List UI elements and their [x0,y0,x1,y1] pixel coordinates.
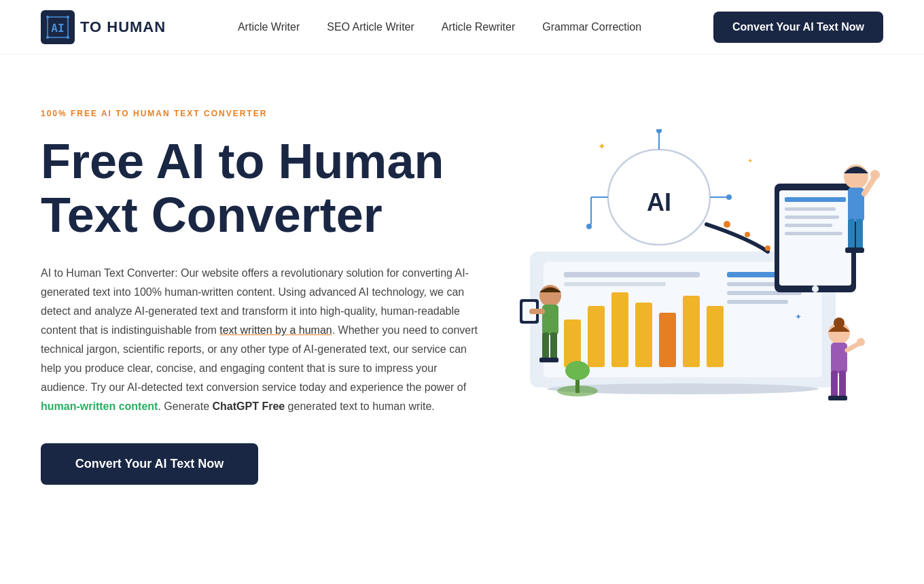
svg-rect-45 [853,247,864,253]
navbar: AI TO HUMAN Article Writer SEO Article W… [0,0,924,54]
svg-point-3 [46,16,49,18]
hero-description: AI to Human Text Converter: Our website … [41,264,482,416]
hero-content: 100% FREE AI TO HUMAN TEXT CONVERTER Fre… [41,95,482,485]
svg-text:AI: AI [51,22,64,35]
svg-text:AI: AI [647,188,671,216]
svg-rect-35 [785,207,836,211]
svg-rect-42 [848,219,855,250]
nav-link-article-rewriter[interactable]: Article Rewriter [442,21,515,33]
hero-badge: 100% FREE AI TO HUMAN TEXT CONVERTER [41,109,482,118]
hero-desc-text4: generated text to human write. [285,400,435,412]
svg-point-65 [857,338,865,346]
svg-point-74 [765,245,770,251]
svg-rect-59 [831,343,847,373]
svg-rect-33 [779,190,851,286]
svg-rect-49 [542,305,558,335]
svg-point-47 [870,170,880,179]
svg-rect-13 [659,313,676,367]
hero-title: Free AI to Human Text Converter [41,135,482,242]
hero-highlight1: text written by a human [219,324,332,336]
nav-links: Article Writer SEO Article Writer Articl… [238,21,641,33]
svg-rect-37 [785,224,832,227]
hero-section: 100% FREE AI TO HUMAN TEXT CONVERTER Fre… [0,54,924,584]
hero-highlight2: human-written content [41,400,158,412]
logo[interactable]: AI TO HUMAN [41,10,166,44]
svg-rect-9 [564,320,581,367]
nav-link-grammar-correction[interactable]: Grammar Correction [542,21,641,33]
logo-icon: AI [41,10,75,44]
svg-point-71 [565,361,590,380]
svg-point-58 [834,317,845,328]
svg-rect-61 [839,371,846,398]
hero-cta-button[interactable]: Convert Your AI Text Now [41,443,258,485]
svg-point-31 [726,194,732,200]
svg-rect-60 [831,371,838,398]
hero-illustration-svg: AI [510,129,890,415]
nav-cta-button[interactable]: Convert Your AI Text Now [713,12,883,43]
svg-rect-50 [542,332,549,360]
hero-desc-text3: . Generate [158,400,212,412]
hero-illustration: AI [510,95,890,435]
svg-text:✦: ✦ [747,157,753,165]
svg-text:✦: ✦ [598,141,606,152]
svg-rect-16 [564,272,700,277]
svg-rect-38 [785,232,842,235]
nav-link-seo-article-writer[interactable]: SEO Article Writer [327,21,414,33]
svg-rect-63 [836,396,847,400]
svg-rect-51 [550,332,557,360]
svg-rect-34 [785,197,846,202]
svg-rect-21 [727,300,788,304]
hero-highlight3: ChatGPT Free [212,400,285,412]
hero-title-line1: Free AI to Human [41,134,444,188]
svg-rect-14 [683,296,700,367]
svg-point-39 [812,286,819,292]
svg-point-72 [724,221,730,228]
svg-point-29 [656,129,662,133]
hero-title-line2: Text Converter [41,188,383,242]
svg-rect-43 [856,219,863,250]
nav-link-article-writer[interactable]: Article Writer [238,21,300,33]
svg-point-4 [67,16,69,18]
svg-rect-10 [588,306,605,367]
svg-point-73 [745,232,750,237]
svg-rect-53 [548,358,558,362]
svg-text:✦: ✦ [795,312,802,322]
svg-rect-12 [635,303,652,367]
logo-text: TO HUMAN [80,18,166,36]
svg-rect-11 [611,292,628,367]
svg-point-5 [46,36,49,39]
svg-point-6 [67,36,69,39]
svg-rect-15 [707,306,724,367]
svg-rect-36 [785,216,839,219]
svg-point-30 [586,224,592,229]
svg-rect-17 [564,282,666,286]
